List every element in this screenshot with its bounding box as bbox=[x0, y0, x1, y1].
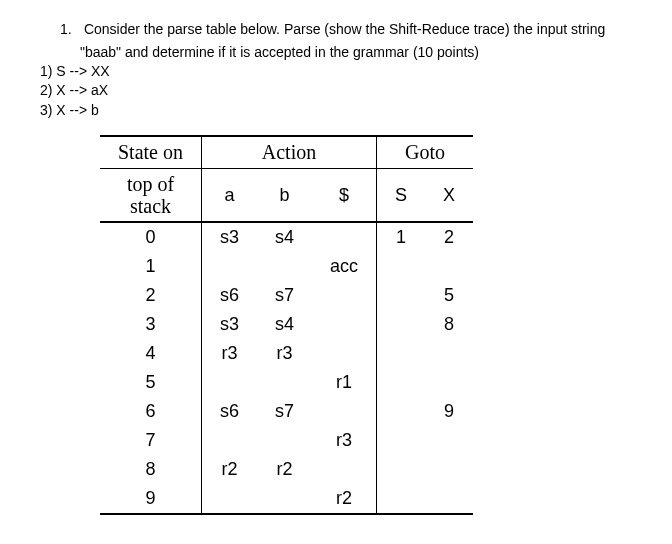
cell-d: r1 bbox=[312, 368, 377, 397]
question-line2: "baab" and determine if it is accepted i… bbox=[80, 44, 632, 60]
col-dollar: $ bbox=[312, 169, 377, 223]
cell-b: r2 bbox=[257, 455, 312, 484]
table-row: 3 s3 s4 8 bbox=[100, 310, 473, 339]
table-row: 1 acc bbox=[100, 252, 473, 281]
parse-table: State on Action Goto top of stack a b $ … bbox=[100, 135, 473, 515]
col-S: S bbox=[377, 169, 426, 223]
cell-X: 2 bbox=[425, 222, 473, 252]
cell-X bbox=[425, 484, 473, 514]
table-row: 9 r2 bbox=[100, 484, 473, 514]
table-row: 2 s6 s7 5 bbox=[100, 281, 473, 310]
state-cell: 1 bbox=[100, 252, 202, 281]
cell-X: 5 bbox=[425, 281, 473, 310]
state-cell: 0 bbox=[100, 222, 202, 252]
cell-X bbox=[425, 426, 473, 455]
cell-d: r3 bbox=[312, 426, 377, 455]
state-cell: 3 bbox=[100, 310, 202, 339]
table-row: 4 r3 r3 bbox=[100, 339, 473, 368]
state-cell: 9 bbox=[100, 484, 202, 514]
state-cell: 8 bbox=[100, 455, 202, 484]
cell-b bbox=[257, 484, 312, 514]
cell-X bbox=[425, 339, 473, 368]
state-cell: 6 bbox=[100, 397, 202, 426]
grammar-rules: 1) S --> XX 2) X --> aX 3) X --> b bbox=[40, 62, 632, 121]
col-a: a bbox=[202, 169, 258, 223]
cell-d bbox=[312, 455, 377, 484]
state-cell: 5 bbox=[100, 368, 202, 397]
cell-b bbox=[257, 426, 312, 455]
table-row: 0 s3 s4 1 2 bbox=[100, 222, 473, 252]
cell-d bbox=[312, 339, 377, 368]
action-header: Action bbox=[202, 136, 377, 169]
state-header-l1: State on bbox=[100, 136, 202, 169]
cell-d bbox=[312, 397, 377, 426]
cell-a: s3 bbox=[202, 310, 258, 339]
col-X: X bbox=[425, 169, 473, 223]
cell-X bbox=[425, 252, 473, 281]
cell-d bbox=[312, 222, 377, 252]
cell-S bbox=[377, 397, 426, 426]
col-b: b bbox=[257, 169, 312, 223]
cell-b: s4 bbox=[257, 310, 312, 339]
cell-S bbox=[377, 281, 426, 310]
cell-b bbox=[257, 252, 312, 281]
cell-S: 1 bbox=[377, 222, 426, 252]
goto-header: Goto bbox=[377, 136, 474, 169]
cell-a: r2 bbox=[202, 455, 258, 484]
cell-S bbox=[377, 252, 426, 281]
cell-a bbox=[202, 252, 258, 281]
question-number: 1. bbox=[60, 20, 80, 40]
cell-a bbox=[202, 368, 258, 397]
cell-S bbox=[377, 310, 426, 339]
state-cell: 4 bbox=[100, 339, 202, 368]
question-text: 1. Consider the parse table below. Parse… bbox=[60, 20, 632, 40]
cell-b: s7 bbox=[257, 397, 312, 426]
cell-a: s6 bbox=[202, 281, 258, 310]
question-line1: Consider the parse table below. Parse (s… bbox=[84, 21, 605, 37]
state-cell: 2 bbox=[100, 281, 202, 310]
state-header-l3: stack bbox=[118, 195, 183, 217]
cell-b: s7 bbox=[257, 281, 312, 310]
state-cell: 7 bbox=[100, 426, 202, 455]
table-row: 5 r1 bbox=[100, 368, 473, 397]
cell-a: s3 bbox=[202, 222, 258, 252]
cell-d bbox=[312, 281, 377, 310]
grammar-rule-2: 2) X --> aX bbox=[40, 81, 632, 101]
cell-S bbox=[377, 484, 426, 514]
state-header-l2: top of bbox=[118, 173, 183, 195]
cell-X bbox=[425, 368, 473, 397]
table-row: 8 r2 r2 bbox=[100, 455, 473, 484]
grammar-rule-1: 1) S --> XX bbox=[40, 62, 632, 82]
cell-S bbox=[377, 339, 426, 368]
cell-b bbox=[257, 368, 312, 397]
grammar-rule-3: 3) X --> b bbox=[40, 101, 632, 121]
cell-d: r2 bbox=[312, 484, 377, 514]
table-row: 6 s6 s7 9 bbox=[100, 397, 473, 426]
cell-b: r3 bbox=[257, 339, 312, 368]
cell-a bbox=[202, 484, 258, 514]
table-row: 7 r3 bbox=[100, 426, 473, 455]
state-header-rest: top of stack bbox=[100, 169, 202, 223]
cell-S bbox=[377, 426, 426, 455]
cell-d bbox=[312, 310, 377, 339]
cell-b: s4 bbox=[257, 222, 312, 252]
cell-X: 8 bbox=[425, 310, 473, 339]
cell-a: r3 bbox=[202, 339, 258, 368]
cell-d: acc bbox=[312, 252, 377, 281]
cell-a bbox=[202, 426, 258, 455]
cell-X: 9 bbox=[425, 397, 473, 426]
cell-S bbox=[377, 455, 426, 484]
cell-a: s6 bbox=[202, 397, 258, 426]
cell-X bbox=[425, 455, 473, 484]
cell-S bbox=[377, 368, 426, 397]
